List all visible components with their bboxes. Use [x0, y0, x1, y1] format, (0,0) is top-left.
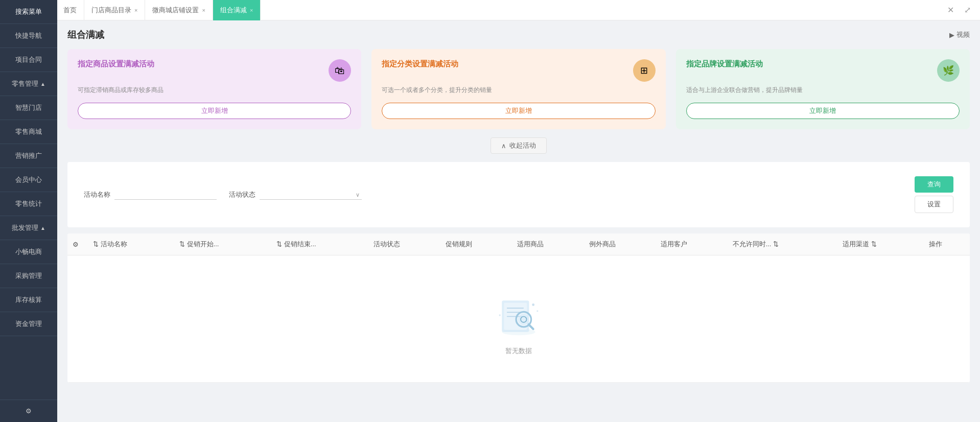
table-col-applicable-channel[interactable]: 适用渠道 ⇅	[837, 233, 924, 255]
brand-promo-card: 指定品牌设置满减活动 🌿 适合与上游企业联合做营销，提升品牌销量 立即新增	[676, 49, 970, 129]
table-col-promo-end[interactable]: ⇅ 促销结束...	[271, 233, 368, 255]
empty-state-illustration	[493, 292, 544, 338]
collapse-activities-button[interactable]: ∧ 收起活动	[491, 137, 547, 154]
card-top-green: 指定品牌设置满减活动 🌿	[686, 59, 960, 82]
tab-product-catalog[interactable]: 门店商品目录 ×	[84, 0, 145, 20]
tab-wechat-store[interactable]: 微商城店铺设置 ×	[145, 0, 213, 20]
close-tab-product-catalog-icon[interactable]: ×	[134, 7, 137, 13]
query-button[interactable]: 查询	[915, 176, 953, 193]
expand-arrow-icon: ▲	[40, 81, 45, 87]
brand-card-add-button[interactable]: 立即新增	[686, 103, 960, 119]
category-promo-card: 指定分类设置满减活动 ⊞ 可选一个或者多个分类，提升分类的销量 立即新增	[371, 49, 665, 129]
goods-card-desc: 可指定滞销商品或库存较多商品	[78, 86, 351, 95]
goods-card-icon: 🛍	[329, 59, 351, 82]
chevron-up-icon: ∧	[501, 142, 506, 150]
close-tab-wechat-store-icon[interactable]: ×	[202, 7, 205, 13]
activity-name-label: 活动名称	[84, 190, 110, 199]
sort-icon-applicable-channel: ⇅	[871, 240, 877, 248]
sidebar-item-retail-mall[interactable]: 零售商城	[0, 120, 57, 144]
table-body: 暂无数据	[67, 255, 970, 383]
sidebar-item-project-contract[interactable]: 项目合同	[0, 48, 57, 72]
sidebar: 搜索菜单 快捷导航 项目合同 零售管理 ▲ 智慧门店 零售商城 营销推广 会员中…	[0, 0, 57, 422]
brand-card-desc: 适合与上游企业联合做营销，提升品牌销量	[686, 86, 960, 95]
sort-icon-no-concurrent: ⇅	[773, 240, 779, 248]
category-card-icon: ⊞	[633, 59, 656, 82]
svg-line-8	[529, 324, 533, 329]
filter-row: 活动名称 活动状态 进行中 未开始 已结束 ∨	[76, 169, 962, 220]
table-col-no-concurrent[interactable]: 不允许同时... ⇅	[728, 233, 838, 255]
filter-activity-status: 活动状态 进行中 未开始 已结束 ∨	[229, 190, 362, 200]
tab-home[interactable]: 首页	[63, 0, 84, 20]
card-top-orange: 指定分类设置满减活动 ⊞	[382, 59, 655, 82]
play-circle-icon: ▶	[949, 31, 954, 39]
tab-bar: 首页 门店商品目录 × 微商城店铺设置 × 组合满减 × ✕ ⤢	[57, 0, 980, 20]
brand-card-icon: 🌿	[937, 59, 960, 82]
activity-table: ⚙ ⇅ 活动名称 ⇅ 促销开始... ⇅ 促销结束...	[67, 233, 970, 383]
table-col-applicable-goods: 适用商品	[512, 233, 584, 255]
collapse-bar: ∧ 收起活动	[67, 137, 970, 154]
settings-button[interactable]: 设置	[915, 196, 953, 213]
tab-close-window-button[interactable]: ✕	[944, 4, 957, 16]
table-col-activity-name[interactable]: ⇅ 活动名称	[88, 233, 174, 255]
svg-point-10	[532, 303, 534, 306]
empty-state-row: 暂无数据	[67, 255, 970, 383]
sidebar-item-retail-management[interactable]: 零售管理 ▲	[0, 72, 57, 96]
tab-maximize-button[interactable]: ⤢	[961, 4, 974, 16]
table-col-settings[interactable]: ⚙	[67, 233, 88, 255]
expand-arrow-icon-2: ▲	[40, 225, 45, 231]
activity-name-input[interactable]	[114, 190, 217, 200]
sidebar-item-quick-nav[interactable]: 快捷导航	[0, 24, 57, 48]
svg-point-12	[499, 314, 501, 316]
activity-status-select-wrap: 进行中 未开始 已结束 ∨	[260, 190, 362, 200]
tab-combo-discount[interactable]: 组合满减 ×	[213, 0, 261, 20]
table-col-operation: 操作	[924, 233, 970, 255]
activity-status-select[interactable]: 进行中 未开始 已结束	[260, 190, 362, 200]
table-header: ⚙ ⇅ 活动名称 ⇅ 促销开始... ⇅ 促销结束...	[67, 233, 970, 255]
table-col-promo-start[interactable]: ⇅ 促销开始...	[174, 233, 271, 255]
brand-card-title: 指定品牌设置满减活动	[686, 59, 763, 69]
goods-card-add-button[interactable]: 立即新增	[78, 103, 351, 119]
sort-icon-promo-end: ⇅	[276, 240, 282, 248]
table-col-exception-goods: 例外商品	[584, 233, 656, 255]
sidebar-item-retail-stats[interactable]: 零售统计	[0, 192, 57, 216]
table-col-applicable-customer: 适用客户	[656, 233, 727, 255]
sidebar-item-membership[interactable]: 会员中心	[0, 168, 57, 192]
sidebar-item-purchase-mgmt[interactable]: 采购管理	[0, 264, 57, 288]
table-header-row: ⚙ ⇅ 活动名称 ⇅ 促销开始... ⇅ 促销结束...	[67, 233, 970, 255]
main-area: 首页 门店商品目录 × 微商城店铺设置 × 组合满减 × ✕ ⤢ 组合满减 ▶ …	[57, 0, 980, 422]
category-card-add-button[interactable]: 立即新增	[382, 103, 655, 119]
svg-point-11	[536, 310, 538, 312]
sidebar-item-wholesale-mgmt[interactable]: 批发管理 ▲	[0, 216, 57, 240]
filter-buttons: 查询 设置	[915, 176, 953, 213]
activity-status-label: 活动状态	[229, 190, 255, 199]
sidebar-item-inventory[interactable]: 库存核算	[0, 288, 57, 312]
video-link[interactable]: ▶ 视频	[949, 30, 970, 39]
page-header: 组合满减 ▶ 视频	[67, 29, 970, 41]
category-card-desc: 可选一个或者多个分类，提升分类的销量	[382, 86, 655, 95]
svg-point-7	[518, 314, 529, 325]
data-table-wrap: ⚙ ⇅ 活动名称 ⇅ 促销开始... ⇅ 促销结束...	[67, 233, 970, 383]
sidebar-settings[interactable]: ⚙	[0, 400, 57, 422]
category-card-title: 指定分类设置满减活动	[382, 59, 458, 69]
empty-text: 暂无数据	[505, 346, 532, 356]
page-title: 组合满减	[67, 29, 104, 41]
sidebar-item-smart-store[interactable]: 智慧门店	[0, 96, 57, 120]
goods-card-title: 指定商品设置满减活动	[78, 59, 154, 69]
tab-actions: ✕ ⤢	[944, 4, 974, 16]
card-top-purple: 指定商品设置满减活动 🛍	[78, 59, 351, 82]
sidebar-item-xiaochang[interactable]: 小畅电商	[0, 240, 57, 264]
table-col-activity-status: 活动状态	[368, 233, 440, 255]
filter-section: 活动名称 活动状态 进行中 未开始 已结束 ∨	[67, 162, 970, 227]
page-content: 组合满减 ▶ 视频 指定商品设置满减活动 🛍 可指定滞销商品或库存较多商品 立即…	[57, 20, 980, 422]
empty-state: 暂无数据	[73, 262, 965, 376]
sort-icon-activity-name: ⇅	[93, 240, 99, 248]
filter-activity-name: 活动名称	[84, 190, 217, 200]
table-col-promo-rule: 促销规则	[440, 233, 512, 255]
promo-cards-row: 指定商品设置满减活动 🛍 可指定滞销商品或库存较多商品 立即新增 指定分类设置满…	[67, 49, 970, 129]
sort-icon-promo-start: ⇅	[179, 240, 185, 248]
sidebar-search[interactable]: 搜索菜单	[0, 0, 57, 24]
sidebar-item-marketing[interactable]: 营销推广	[0, 144, 57, 168]
empty-state-cell: 暂无数据	[67, 255, 970, 383]
sidebar-item-finance[interactable]: 资金管理	[0, 312, 57, 336]
close-tab-combo-discount-icon[interactable]: ×	[250, 7, 253, 13]
